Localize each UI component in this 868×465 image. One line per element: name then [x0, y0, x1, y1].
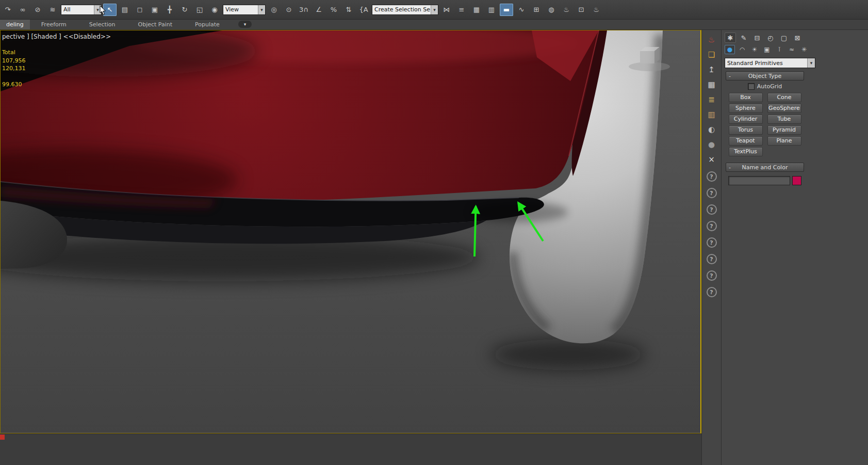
axis-tripod-icon[interactable]: ↥ [706, 64, 718, 75]
3ds-max-window: ↷ ∞ ⊘ ≋ All ↖ ▤ ◻ [0, 0, 868, 465]
selection-region-icon[interactable]: ◻ [133, 4, 146, 16]
object-name-input[interactable] [728, 176, 790, 185]
tab-populate[interactable]: Populate [184, 20, 231, 29]
perspective-viewport[interactable]: pective ] [Shaded ] <<Disabled>> Total10… [0, 30, 701, 434]
primitive-button[interactable]: Plane [767, 136, 801, 146]
window-crossing-icon[interactable]: ▣ [148, 4, 161, 16]
help-icon[interactable]: ? [707, 188, 717, 198]
ribbon-config-button[interactable] [238, 21, 252, 28]
edit-named-selection-sets-icon[interactable]: {A [357, 4, 370, 16]
helpers-category-icon[interactable]: ⊺ [774, 45, 784, 54]
primitive-type-value: Standard Primitives [727, 60, 783, 67]
shapes-category-icon[interactable]: ◠ [737, 45, 747, 54]
lights-category-icon[interactable]: ☀ [749, 45, 760, 54]
material-editor-icon[interactable]: ◍ [545, 4, 558, 16]
object-type-rollout-header[interactable]: - Object Type [726, 71, 804, 81]
select-object-icon[interactable]: ↖ [103, 4, 117, 16]
bind-to-space-warp-icon[interactable]: ≋ [46, 4, 59, 16]
rollout-title: Object Type [733, 73, 804, 79]
primitive-button[interactable]: Box [729, 93, 763, 102]
geometry-category-icon[interactable]: ● [725, 45, 735, 54]
render-production-icon[interactable]: ♨ [589, 4, 603, 16]
ribbon-toggle-icon[interactable]: ▬ [500, 4, 513, 16]
car-body-mesh[interactable] [1, 30, 599, 211]
snap-toggle-3d-icon[interactable]: 3∩ [297, 4, 310, 16]
primitive-button[interactable]: Teapot [729, 136, 763, 146]
schematic-view-icon[interactable]: ⊞ [530, 4, 543, 16]
align-icon[interactable]: ≡ [455, 4, 468, 16]
primitive-button[interactable]: Cylinder [729, 115, 763, 124]
render-setup-icon[interactable]: ♨ [560, 4, 573, 16]
select-and-manipulate-icon[interactable]: ⊙ [282, 4, 296, 16]
create-tab-icon[interactable]: ✱ [725, 33, 736, 43]
primitive-button[interactable]: Cone [767, 93, 801, 102]
layer-stack-icon[interactable]: ≣ [706, 94, 718, 105]
autogrid-checkbox[interactable] [748, 83, 755, 90]
help-icon[interactable]: ? [707, 221, 717, 231]
named-selection-sets-dropdown[interactable]: Create Selection Se [372, 5, 438, 15]
teapot-render-icon[interactable]: ♨ [706, 34, 718, 45]
select-and-rotate-icon[interactable]: ↻ [178, 4, 191, 16]
brick-wall-icon[interactable]: ▥ [706, 109, 718, 120]
tab-selection[interactable]: Selection [78, 20, 127, 29]
checker-pattern-icon[interactable]: ▦ [706, 79, 718, 90]
help-icon[interactable]: ? [707, 171, 717, 182]
tab-freeform[interactable]: Freeform [30, 20, 78, 29]
object-color-swatch[interactable] [792, 176, 801, 185]
primitive-button[interactable]: Sphere [729, 104, 763, 113]
help-icon[interactable]: ? [707, 254, 717, 264]
toolbar-icon: ⊞ [534, 6, 539, 13]
primitive-type-dropdown[interactable]: Standard Primitives [725, 58, 815, 68]
unlink-selection-icon[interactable]: ⊘ [31, 4, 44, 16]
folder-icon[interactable]: ❏ [706, 49, 718, 60]
half-sphere-icon[interactable]: ◐ [706, 124, 718, 135]
selection-filter-dropdown[interactable]: All [61, 5, 102, 15]
utilities-tab-icon[interactable]: ⊠ [792, 33, 803, 43]
primitive-button[interactable]: Pyramid [767, 125, 801, 135]
cameras-category-icon[interactable]: ▣ [762, 45, 772, 54]
help-icon[interactable]: ? [707, 270, 717, 281]
spinner-snap-icon[interactable]: ⇅ [342, 4, 355, 16]
help-icon[interactable]: ? [707, 287, 717, 297]
angle-snap-icon[interactable]: ∠ [312, 4, 325, 16]
viewport-label[interactable]: pective ] [Shaded ] <<Disabled>> [2, 33, 111, 40]
toolbar-icon: ↻ [182, 6, 188, 13]
systems-category-icon[interactable]: ✳ [799, 45, 809, 54]
modify-tab-icon[interactable]: ✎ [738, 33, 749, 43]
select-and-place-icon[interactable]: ◉ [208, 4, 221, 16]
primitive-button[interactable]: Tube [767, 115, 801, 124]
select-by-name-icon[interactable]: ▤ [118, 4, 132, 16]
dark-sphere-icon[interactable]: ● [706, 139, 718, 150]
layer-explorer-icon[interactable]: ▥ [485, 4, 498, 16]
tab-object-paint[interactable]: Object Paint [127, 20, 184, 29]
select-and-link-icon[interactable]: ∞ [16, 4, 29, 16]
reference-coordinate-dropdown[interactable]: View [223, 5, 266, 15]
toolbar-icon: ↷ [5, 6, 11, 13]
primitive-button[interactable]: TextPlus [729, 147, 763, 156]
toolbar-icon: ◎ [271, 6, 276, 13]
help-icon[interactable]: ? [707, 204, 717, 215]
scene-explorer-icon[interactable]: ▦ [470, 4, 483, 16]
help-icon[interactable]: ? [707, 237, 717, 248]
hierarchy-tab-icon[interactable]: ⊟ [751, 33, 763, 43]
curve-editor-icon[interactable]: ∿ [515, 4, 528, 16]
primitive-button[interactable]: GeoSphere [767, 104, 801, 113]
rendered-frame-icon[interactable]: ⊡ [575, 4, 588, 16]
close-x-icon[interactable]: × [706, 154, 718, 165]
select-and-move-icon[interactable]: ╋ [163, 4, 176, 16]
space-warps-category-icon[interactable]: ≈ [787, 45, 797, 54]
select-and-scale-icon[interactable]: ◱ [193, 4, 206, 16]
toolbar-icon: ⊡ [579, 6, 584, 13]
primitive-button[interactable]: Torus [729, 125, 763, 135]
use-center-icon[interactable]: ◎ [267, 4, 281, 16]
name-color-rollout-header[interactable]: - Name and Color [726, 163, 804, 172]
mirror-icon[interactable]: ⋈ [440, 4, 453, 16]
motion-tab-icon[interactable]: ◴ [765, 33, 776, 43]
toolbar-icon: 3∩ [299, 6, 308, 13]
percent-snap-icon[interactable]: % [327, 4, 340, 16]
display-tab-icon[interactable]: ▢ [778, 33, 790, 43]
toolbar-icon: % [331, 6, 337, 13]
toolbar-icon: ∞ [20, 6, 26, 13]
redo-icon[interactable]: ↷ [1, 4, 14, 16]
tab-modeling[interactable]: deling [0, 20, 30, 29]
